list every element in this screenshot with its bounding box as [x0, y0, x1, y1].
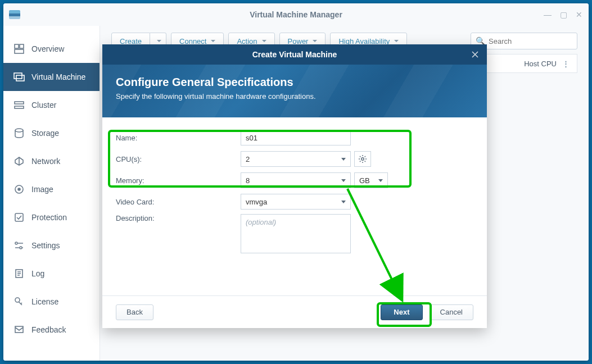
close-icon — [472, 51, 478, 58]
svg-point-16 — [361, 158, 364, 160]
back-button[interactable]: Back — [116, 304, 153, 320]
cpu-label: CPU(s): — [116, 155, 241, 163]
chevron-down-icon — [341, 179, 346, 182]
video-dropdown[interactable]: vmvga — [241, 194, 351, 210]
dialog-subheading: Specify the following virtual machine ha… — [116, 92, 473, 101]
chevron-down-icon — [341, 201, 346, 203]
dialog-body: Name: CPU(s): 2 Memory: — [102, 117, 487, 268]
memory-label: Memory: — [116, 176, 241, 185]
name-label: Name: — [116, 134, 241, 142]
description-label: Description: — [116, 214, 241, 222]
cpu-settings-button[interactable] — [354, 151, 371, 167]
create-vm-dialog: Create Virtual Machine Configure General… — [102, 44, 487, 328]
chevron-down-icon — [341, 158, 346, 161]
description-textarea[interactable] — [241, 214, 351, 253]
dialog-titlebar: Create Virtual Machine — [102, 44, 487, 65]
memory-dropdown[interactable]: 8 — [241, 172, 351, 188]
name-input[interactable] — [241, 130, 351, 145]
dialog-heading: Configure General Specifications — [116, 76, 473, 89]
gear-icon — [358, 154, 367, 163]
dialog-close-button[interactable] — [470, 49, 480, 60]
cpu-dropdown[interactable]: 2 — [241, 151, 351, 167]
memory-unit-dropdown[interactable]: GB — [354, 172, 388, 188]
dialog-banner: Configure General Specifications Specify… — [102, 65, 487, 117]
dialog-title: Create Virtual Machine — [252, 50, 337, 59]
video-label: Video Card: — [116, 198, 241, 206]
dialog-footer: Back Next Cancel — [102, 295, 487, 328]
chevron-down-icon — [378, 179, 383, 182]
next-button[interactable]: Next — [381, 304, 422, 320]
cancel-button[interactable]: Cancel — [430, 304, 473, 320]
app-window: Virtual Machine Manager — ▢ ✕ Overview V… — [3, 3, 589, 361]
